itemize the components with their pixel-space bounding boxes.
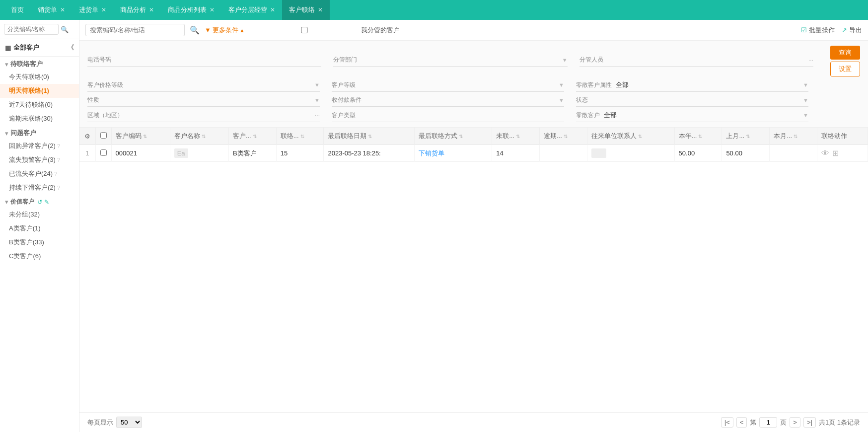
page-input[interactable]	[759, 417, 777, 428]
query-button[interactable]: 查询	[830, 46, 860, 60]
settings-icon[interactable]: ⚙	[84, 133, 90, 140]
sort-this-month-icon[interactable]: ⇅	[794, 134, 797, 139]
my-customers-check[interactable]	[250, 27, 359, 33]
filter-retail-attr[interactable]: 零散客户属性 全部 ▼	[576, 80, 808, 92]
right-actions: ☑ 批量操作 ↗ 导出	[801, 26, 862, 35]
help-icon-0[interactable]: ?	[57, 143, 60, 149]
sidebar-all-customers[interactable]: ▦ 全部客户 《	[0, 39, 79, 57]
sidebar-item-churn-warning[interactable]: 流失预警客户(3) ?	[0, 153, 79, 167]
filter-price-level[interactable]: 客户价格等级 ▼	[87, 81, 320, 92]
sort-last-month-icon[interactable]: ⇅	[746, 134, 750, 139]
close-sales-order-icon[interactable]: ✕	[60, 6, 65, 13]
sidebar-item-today-contact[interactable]: 今天待联络(0)	[0, 70, 79, 84]
nav-home[interactable]: 首页	[4, 0, 31, 20]
nav-customer-contact[interactable]: 客户联络 ✕	[282, 0, 330, 20]
close-product-analysis-icon[interactable]: ✕	[149, 6, 154, 13]
filter-phone: 电话号码	[87, 56, 321, 67]
my-customers-checkbox[interactable]: 我分管的客户	[250, 26, 400, 35]
close-purchase-order-icon[interactable]: ✕	[101, 6, 106, 13]
help-icon-1[interactable]: ?	[57, 157, 60, 163]
close-product-analysis-list-icon[interactable]: ✕	[210, 6, 215, 13]
filter-region[interactable]: 区域（地区） ···	[87, 111, 320, 122]
value-action-refresh-icon[interactable]: ↺	[37, 199, 42, 206]
search-button[interactable]: 🔍	[190, 25, 200, 35]
sidebar-content: ▦ 全部客户 《 ▾ 待联络客户 今天待联络(0) 明天待联络(1) 近7天待联…	[0, 39, 79, 432]
sort-contact-person-icon[interactable]: ⇅	[638, 134, 642, 139]
th-last-method: 最后联络方式 ⇅	[414, 128, 492, 145]
sidebar-item-week-contact[interactable]: 近7天待联络(0)	[0, 98, 79, 112]
sort-name-icon[interactable]: ⇅	[202, 134, 206, 139]
filter-customer-type[interactable]: 客户类型	[332, 111, 564, 122]
first-page-button[interactable]: |<	[721, 417, 733, 428]
row-checkbox-0[interactable]	[100, 149, 107, 156]
top-nav: 首页 销货单 ✕ 进货单 ✕ 商品分析 ✕ 商品分析列表 ✕ 客户分层经营 ✕ …	[0, 0, 868, 20]
nav-purchase-order[interactable]: 进货单 ✕	[72, 0, 113, 20]
table-footer: 每页显示 50 100 200 |< < 第 页 > >| 共1页 1条记录	[79, 412, 868, 432]
help-icon-3[interactable]: ?	[57, 185, 60, 191]
sort-last-date-icon[interactable]: ⇅	[368, 134, 372, 139]
row-action-grid-0[interactable]: ⊞	[832, 148, 839, 158]
nav-product-analysis-list[interactable]: 商品分析列表 ✕	[161, 0, 221, 20]
th-settings[interactable]: ⚙	[79, 128, 95, 145]
sidebar-value-section: ▾ 价值客户 ↺ ✎	[0, 195, 79, 208]
status-arrow: ▼	[803, 97, 808, 103]
contact-method-link-0[interactable]: 下销货单	[419, 149, 444, 157]
th-overdue: 逾期... ⇅	[539, 128, 587, 145]
sort-code-icon[interactable]: ⇅	[143, 134, 147, 139]
next-page-button[interactable]: >	[790, 417, 800, 428]
set-button[interactable]: 设置	[830, 62, 860, 76]
export-button[interactable]: ↗ 导出	[842, 26, 862, 35]
nav-customer-tier[interactable]: 客户分层经营 ✕	[221, 0, 282, 20]
sidebar-item-class-a[interactable]: A类客户(1)	[0, 221, 79, 235]
cell-last-date-0: 2023-05-23 18:25:	[324, 145, 414, 162]
search-input[interactable]	[85, 24, 185, 36]
sidebar-item-tomorrow-contact[interactable]: 明天待联络(1)	[0, 84, 79, 98]
bulk-action-button[interactable]: ☑ 批量操作	[801, 26, 835, 35]
table-row: 1 000021 Ea B类客户 15 2023-05-23 18:25: 下销…	[79, 145, 868, 162]
person-more-btn[interactable]: ···	[808, 57, 813, 64]
cell-contact-count-0: 15	[276, 145, 324, 162]
page-size-select[interactable]: 50 100 200	[116, 417, 142, 428]
sidebar-search-input[interactable]	[4, 24, 59, 35]
filter-status[interactable]: 状态 ▼	[576, 96, 808, 107]
filter-retail-customer[interactable]: 零散客户 全部 ▼	[576, 111, 808, 122]
sort-uncontacted-icon[interactable]: ⇅	[516, 134, 520, 139]
sort-contact-count-icon[interactable]: ⇅	[300, 134, 304, 139]
th-customer-type: 客户... ⇅	[228, 128, 276, 145]
filter-customer-level[interactable]: 客户等级 ▼	[332, 81, 564, 92]
nav-sales-order[interactable]: 销货单 ✕	[31, 0, 72, 20]
sidebar-item-abnormal-repurchase[interactable]: 回购异常客户(2) ?	[0, 139, 79, 153]
close-customer-contact-icon[interactable]: ✕	[318, 6, 323, 13]
cell-check-0[interactable]	[95, 145, 111, 162]
filter-dept[interactable]: 分管部门 ▼	[333, 56, 567, 67]
nav-product-analysis[interactable]: 商品分析 ✕	[113, 0, 161, 20]
sort-this-year-icon[interactable]: ⇅	[698, 134, 702, 139]
sidebar-item-churned[interactable]: 已流失客户(24) ?	[0, 167, 79, 181]
close-customer-tier-icon[interactable]: ✕	[270, 6, 275, 13]
help-icon-2[interactable]: ?	[54, 171, 57, 177]
filter-person[interactable]: 分管人员 ···	[579, 56, 813, 67]
prev-page-button[interactable]: <	[736, 417, 747, 428]
select-all-checkbox[interactable]	[100, 132, 107, 139]
sort-overdue-icon[interactable]: ⇅	[564, 134, 568, 139]
more-conditions-button[interactable]: ▼ 更多条件 ▲	[205, 26, 245, 35]
filter-row-4: 区域（地区） ··· 客户类型 零散客户 全部 ▼	[87, 111, 860, 122]
sidebar-item-overdue-contact[interactable]: 逾期未联络(30)	[0, 112, 79, 126]
row-action-eye-0[interactable]: 👁	[821, 149, 829, 158]
sidebar-search-icon[interactable]: 🔍	[61, 26, 69, 33]
sidebar-item-declining[interactable]: 持续下滑客户(2) ?	[0, 181, 79, 195]
value-action-edit-icon[interactable]: ✎	[44, 199, 49, 206]
th-checkbox[interactable]	[95, 128, 111, 145]
sort-last-method-icon[interactable]: ⇅	[459, 134, 463, 139]
sidebar-item-ungrouped[interactable]: 未分组(32)	[0, 208, 79, 221]
filter-nature[interactable]: 性质 ▼	[87, 96, 320, 107]
sidebar-item-class-b[interactable]: B类客户(33)	[0, 235, 79, 249]
sidebar-item-class-c[interactable]: C类客户(6)	[0, 249, 79, 263]
last-page-button[interactable]: >|	[803, 417, 816, 428]
cell-last-method-0[interactable]: 下销货单	[414, 145, 492, 162]
region-more-btn[interactable]: ···	[315, 112, 320, 119]
table-container: ⚙ 客户编码 ⇅ 客户名称	[79, 128, 868, 412]
collapse-icon[interactable]: 《	[68, 43, 74, 52]
filter-payment[interactable]: 收付款条件 ▼	[332, 96, 564, 107]
sort-type-icon[interactable]: ⇅	[253, 134, 257, 139]
